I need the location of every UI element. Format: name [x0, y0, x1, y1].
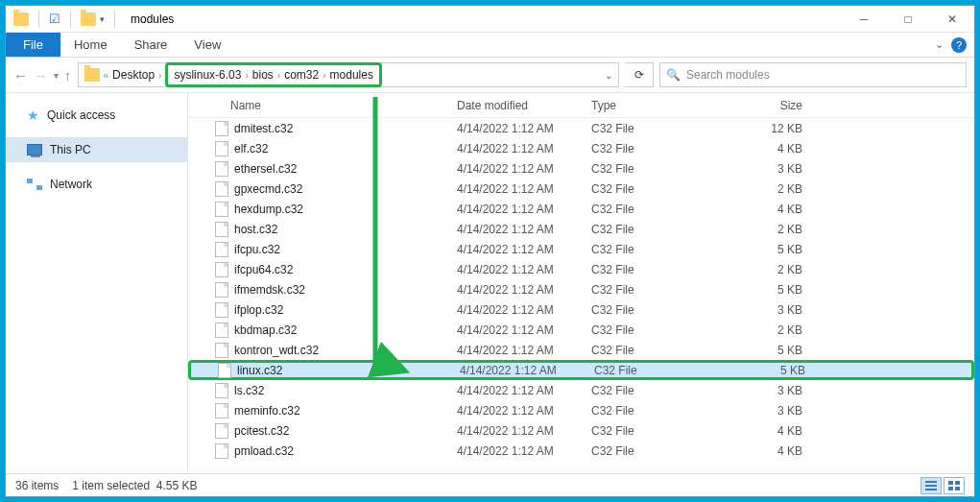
file-icon — [215, 141, 228, 156]
star-icon: ★ — [27, 108, 39, 123]
folder-icon[interactable] — [81, 12, 96, 26]
pc-icon — [27, 144, 42, 155]
file-name: kontron_wdt.c32 — [234, 344, 319, 357]
help-icon[interactable]: ? — [951, 37, 967, 53]
file-icon — [215, 161, 228, 177]
details-view-button[interactable] — [920, 477, 942, 494]
nav-label: This PC — [50, 143, 91, 156]
address-dropdown[interactable]: ⌄ — [605, 70, 612, 81]
file-row[interactable]: linux.c324/14/2022 1:12 AMC32 File5 KB — [188, 360, 974, 380]
chevron-down-icon[interactable]: ▾ — [100, 14, 105, 24]
file-row[interactable]: dmitest.c324/14/2022 1:12 AMC32 File12 K… — [188, 118, 974, 138]
file-name: gpxecmd.c32 — [234, 182, 302, 196]
file-type: C32 File — [591, 444, 726, 458]
file-icon — [215, 403, 228, 418]
tab-share[interactable]: Share — [121, 33, 181, 57]
maximize-button[interactable]: □ — [886, 6, 930, 33]
file-row[interactable]: ifplop.c324/14/2022 1:12 AMC32 File3 KB — [188, 299, 974, 320]
divider — [38, 11, 39, 28]
file-row[interactable]: pcitest.c324/14/2022 1:12 AMC32 File4 KB — [188, 420, 974, 441]
ribbon: File Home Share View ⌄ ? — [6, 33, 974, 58]
svg-rect-5 — [925, 489, 937, 490]
file-type: C32 File — [591, 344, 726, 357]
chevron-down-icon[interactable]: ⌄ — [935, 38, 944, 51]
file-date: 4/14/2022 1:12 AM — [457, 243, 591, 256]
file-size: 2 KB — [726, 263, 822, 276]
divider — [114, 11, 115, 28]
file-type: C32 File — [591, 404, 726, 418]
search-box[interactable]: 🔍 Search modules — [659, 62, 967, 87]
back-button[interactable]: ← — [13, 67, 28, 84]
file-name: ifcpu64.c32 — [234, 263, 293, 276]
file-row[interactable]: ifmemdsk.c324/14/2022 1:12 AMC32 File5 K… — [188, 279, 974, 299]
file-type: C32 File — [591, 384, 726, 397]
header-size[interactable]: Size — [726, 99, 822, 112]
file-row[interactable]: elf.c324/14/2022 1:12 AMC32 File4 KB — [188, 138, 974, 158]
file-row[interactable]: ethersel.c324/14/2022 1:12 AMC32 File3 K… — [188, 158, 974, 179]
file-date: 4/14/2022 1:12 AM — [457, 223, 591, 236]
file-row[interactable]: gpxecmd.c324/14/2022 1:12 AMC32 File2 KB — [188, 179, 974, 199]
file-explorer-window: ☑ ▾ modules ─ □ ✕ File Home Share View ⌄… — [5, 5, 975, 497]
navigation-pane: ★ Quick access This PC Network — [6, 93, 188, 473]
file-size: 4 KB — [726, 424, 822, 438]
file-row[interactable]: ifcpu64.c324/14/2022 1:12 AMC32 File2 KB — [188, 259, 974, 279]
file-type: C32 File — [591, 303, 726, 317]
file-row[interactable]: meminfo.c324/14/2022 1:12 AMC32 File3 KB — [188, 400, 974, 420]
file-size: 4 KB — [726, 142, 822, 155]
column-headers[interactable]: Name Date modified Type Size — [188, 93, 974, 118]
refresh-button[interactable]: ⟳ — [625, 62, 654, 87]
file-icon — [218, 363, 231, 378]
tab-view[interactable]: View — [180, 33, 234, 57]
file-row[interactable]: ifcpu.c324/14/2022 1:12 AMC32 File5 KB — [188, 239, 974, 259]
file-name: ls.c32 — [234, 384, 264, 397]
tab-home[interactable]: Home — [60, 33, 121, 57]
file-row[interactable]: host.c324/14/2022 1:12 AMC32 File2 KB — [188, 219, 974, 239]
file-row[interactable]: kbdmap.c324/14/2022 1:12 AMC32 File2 KB — [188, 320, 974, 340]
address-row: ← → ▾ ↑ « Desktop › syslinux-6.03 › bios… — [6, 58, 974, 92]
breadcrumb-root[interactable]: Desktop — [112, 68, 155, 82]
file-name: pmload.c32 — [234, 444, 294, 458]
file-date: 4/14/2022 1:12 AM — [457, 424, 591, 438]
file-icon — [215, 202, 228, 217]
file-type: C32 File — [591, 323, 726, 337]
quick-access-toolbar: ☑ ▾ — [13, 11, 121, 28]
file-size: 2 KB — [726, 323, 822, 337]
close-button[interactable]: ✕ — [930, 6, 974, 33]
file-size: 3 KB — [726, 404, 822, 418]
file-row[interactable]: kontron_wdt.c324/14/2022 1:12 AMC32 File… — [188, 340, 974, 360]
breadcrumb-seg[interactable]: modules — [330, 68, 373, 82]
header-type[interactable]: Type — [591, 99, 726, 112]
icons-view-button[interactable] — [944, 477, 965, 494]
file-row[interactable]: hexdump.c324/14/2022 1:12 AMC32 File4 KB — [188, 199, 974, 219]
file-date: 4/14/2022 1:12 AM — [457, 444, 591, 458]
breadcrumb-seg[interactable]: bios — [252, 68, 274, 82]
minimize-button[interactable]: ─ — [842, 6, 886, 33]
file-list[interactable]: Name Date modified Type Size dmitest.c32… — [188, 93, 974, 473]
up-button[interactable]: ↑ — [64, 67, 72, 84]
file-type: C32 File — [591, 122, 726, 135]
file-row[interactable]: ls.c324/14/2022 1:12 AMC32 File3 KB — [188, 380, 974, 400]
file-row[interactable]: pmload.c324/14/2022 1:12 AMC32 File4 KB — [188, 441, 974, 461]
nav-label: Network — [50, 178, 92, 191]
nav-this-pc[interactable]: This PC — [6, 137, 187, 162]
address-bar[interactable]: « Desktop › syslinux-6.03 › bios › com32… — [78, 62, 620, 87]
checkmark-icon[interactable]: ☑ — [49, 12, 60, 26]
header-name[interactable]: Name — [188, 99, 457, 112]
svg-rect-7 — [955, 481, 960, 485]
file-name: elf.c32 — [234, 142, 268, 155]
breadcrumb-seg[interactable]: syslinux-6.03 — [174, 68, 241, 82]
body: ★ Quick access This PC Network — [6, 92, 974, 473]
header-date[interactable]: Date modified — [457, 99, 591, 112]
recent-dropdown[interactable]: ▾ — [54, 70, 59, 81]
nav-network[interactable]: Network — [6, 172, 187, 197]
file-menu[interactable]: File — [6, 33, 60, 57]
file-type: C32 File — [591, 182, 726, 196]
file-name: ethersel.c32 — [234, 162, 297, 176]
breadcrumb-seg[interactable]: com32 — [284, 68, 319, 82]
nav-quick-access[interactable]: ★ Quick access — [6, 103, 187, 128]
svg-rect-9 — [955, 487, 960, 490]
file-size: 4 KB — [726, 203, 822, 216]
forward-button[interactable]: → — [34, 67, 48, 84]
file-icon — [215, 383, 228, 398]
file-type: C32 File — [591, 243, 726, 256]
